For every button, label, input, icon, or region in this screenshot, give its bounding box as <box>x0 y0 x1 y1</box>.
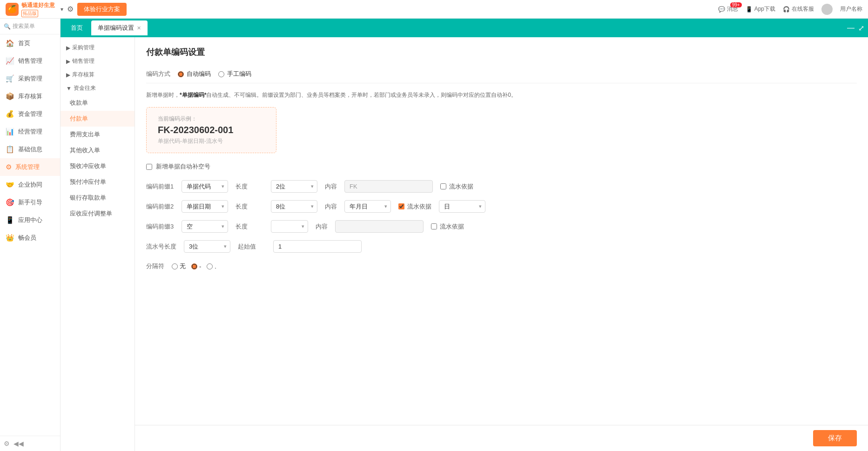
sub-group-sales[interactable]: ▶ 销售管理 <box>61 54 135 68</box>
close-tab-icon[interactable]: ✕ <box>137 25 141 31</box>
content-area: 首页 单据编码设置 ✕ — ⤢ ▶ 采购管理 ▶ 销售管理 <box>61 19 868 451</box>
chevron-right-icon-3: ▶ <box>66 72 70 78</box>
separator-label: 分隔符 <box>146 262 164 270</box>
sidebar-item-member[interactable]: 👑 畅会员 <box>0 229 60 247</box>
stream3-checkbox[interactable] <box>431 223 437 229</box>
tab-settings[interactable]: 单据编码设置 ✕ <box>91 20 148 35</box>
avatar[interactable] <box>821 4 833 15</box>
tab-expand-icon[interactable]: ⤢ <box>858 24 864 33</box>
sep-dot-radio[interactable]: . <box>207 263 216 270</box>
start-value-input[interactable] <box>273 240 362 253</box>
content3-label: 内容 <box>316 222 328 231</box>
prefix2-select[interactable]: 单据日期 <box>182 200 228 213</box>
sub-item-ar-ap-adjust[interactable]: 应收应付调整单 <box>61 206 135 222</box>
stream2-unit-select[interactable]: 日 <box>439 200 485 213</box>
sep-dash-radio[interactable]: - <box>191 263 201 270</box>
radio-group: 自动编码 手工编码 <box>178 70 251 78</box>
code-example-value: FK-20230602-001 <box>158 125 265 135</box>
separator-row: 分隔符 无 - . <box>146 262 857 270</box>
sidebar-item-basic[interactable]: 📋 基础信息 <box>0 141 60 158</box>
sidebar-item-inventory[interactable]: 📦 库存核算 <box>0 88 60 105</box>
length2-label: 长度 <box>236 202 263 211</box>
length3-select[interactable] <box>271 220 308 233</box>
system-icon: ⚙ <box>6 163 12 171</box>
tab-home[interactable]: 首页 <box>64 20 89 35</box>
length1-select[interactable]: 2位 <box>271 180 317 193</box>
sub-group-inventory[interactable]: ▶ 库存核算 <box>61 68 135 81</box>
sidebar-settings-icon[interactable]: ⚙ <box>4 440 10 447</box>
settings-icon[interactable]: ⚙ <box>67 5 74 13</box>
user-name: 用户名称 <box>840 5 862 13</box>
sales-icon: 📈 <box>6 57 14 65</box>
prefix1-label: 编码前缀1 <box>146 182 174 191</box>
chevron-right-icon-2: ▶ <box>66 58 70 65</box>
chevron-right-icon: ▶ <box>66 45 70 51</box>
prefix1-select[interactable]: 单据代码 <box>182 180 228 193</box>
content2-select-wrapper: 年月日 <box>344 200 391 213</box>
guide-icon: 🎯 <box>6 198 14 207</box>
content1-input <box>344 180 433 193</box>
header-dropdown[interactable]: ▾ <box>59 6 63 13</box>
sub-item-prepay-payable[interactable]: 预付冲应付单 <box>61 174 135 190</box>
content2-select[interactable]: 年月日 <box>344 200 391 213</box>
sidebar-item-home[interactable]: 🏠 首页 <box>0 34 60 52</box>
sidebar-item-operations[interactable]: 📊 经营管理 <box>0 123 60 141</box>
sub-item-bank-deposit[interactable]: 银行存取款单 <box>61 190 135 206</box>
code-example-box: 当前编码示例： FK-20230602-001 单据代码-单据日期-流水号 <box>146 107 276 153</box>
sep-none-radio[interactable]: 无 <box>172 262 186 270</box>
serial-length-label: 流水号长度 <box>146 242 176 251</box>
sidebar-item-finance[interactable]: 💰 资金管理 <box>0 105 60 123</box>
online-service[interactable]: 🎧 在线客服 <box>783 5 814 13</box>
code-example-label: 当前编码示例： <box>158 115 265 123</box>
content1-label: 内容 <box>325 182 337 191</box>
sub-item-advance-receivable[interactable]: 预收冲应收单 <box>61 158 135 174</box>
sub-item-expense[interactable]: 费用支出单 <box>61 127 135 142</box>
prefix3-select[interactable]: 空 <box>182 220 228 233</box>
stream1-checkbox-row[interactable]: 流水依据 <box>440 182 473 191</box>
serial-row: 流水号长度 3位 起始值 <box>146 240 857 253</box>
tab-content-wrapper: ▶ 采购管理 ▶ 销售管理 ▶ 库存核算 ▼ 资金往来 收款单 <box>61 37 868 451</box>
chevron-down-icon-2: ▼ <box>66 85 72 92</box>
sidebar-item-enterprise[interactable]: 🤝 企业协同 <box>0 176 60 194</box>
main-layout: 🔍 搜索菜单 🏠 首页 📈 销售管理 🛒 采购管理 📦 库存核算 💰 资金管理 … <box>0 19 868 451</box>
sidebar-item-sales[interactable]: 📈 销售管理 <box>0 52 60 70</box>
basic-icon: 📋 <box>6 145 14 154</box>
page-title: 付款单编码设置 <box>146 47 857 58</box>
prefix1-select-wrapper: 单据代码 <box>182 180 228 193</box>
operations-icon: 📊 <box>6 128 14 136</box>
search-menu[interactable]: 🔍 搜索菜单 <box>0 19 60 34</box>
length3-select-wrapper <box>271 220 308 233</box>
sub-item-payment[interactable]: 付款单 <box>61 111 135 127</box>
info-text: 新增单据时，*单据编码*自动生成、不可编辑。前缀设置为部门、业务员等档案类，开单… <box>146 91 857 100</box>
serial-length-select[interactable]: 3位 <box>184 240 230 253</box>
auto-fill-checkbox[interactable] <box>146 164 152 170</box>
stream1-checkbox[interactable] <box>440 183 446 189</box>
sub-group-purchase[interactable]: ▶ 采购管理 <box>61 41 135 54</box>
start-value-label: 起始值 <box>238 242 266 251</box>
auto-encoding-radio[interactable]: 自动编码 <box>178 70 211 78</box>
content3-input <box>335 220 424 233</box>
sidebar-item-purchase[interactable]: 🛒 采购管理 <box>0 70 60 88</box>
auto-fill-checkbox-row[interactable]: 新增单据自动补空号 <box>146 162 857 171</box>
message-icon[interactable]: 💬 消息 99+ <box>718 5 738 13</box>
sub-item-receipt[interactable]: 收款单 <box>61 95 135 111</box>
length2-select[interactable]: 8位 <box>271 200 317 213</box>
sidebar-collapse-icon[interactable]: ◀◀ <box>13 440 24 447</box>
app-download[interactable]: 📱 App下载 <box>746 5 775 13</box>
sub-item-other-income[interactable]: 其他收入单 <box>61 142 135 158</box>
bottom-bar: 保存 <box>135 425 868 451</box>
tab-minimize-icon[interactable]: — <box>847 24 855 33</box>
sidebar-item-guide[interactable]: 🎯 新手引导 <box>0 194 60 211</box>
trial-button[interactable]: 体验行业方案 <box>77 3 127 16</box>
manual-encoding-radio[interactable]: 手工编码 <box>218 70 251 78</box>
stream2-checkbox[interactable] <box>398 203 404 209</box>
sidebar-item-system[interactable]: ⚙ 系统管理 <box>0 158 60 176</box>
stream3-checkbox-row[interactable]: 流水依据 <box>431 222 464 231</box>
sub-group-finance[interactable]: ▼ 资金往来 <box>61 81 135 95</box>
sep-options: 无 - . <box>172 262 216 270</box>
stream2-checkbox-row[interactable]: 流水依据 <box>398 202 431 211</box>
save-button[interactable]: 保存 <box>813 430 857 446</box>
length2-select-wrapper: 8位 <box>271 200 317 213</box>
sidebar-item-apps[interactable]: 📱 应用中心 <box>0 211 60 229</box>
sidebar-bottom: ⚙ ◀◀ <box>0 436 60 451</box>
